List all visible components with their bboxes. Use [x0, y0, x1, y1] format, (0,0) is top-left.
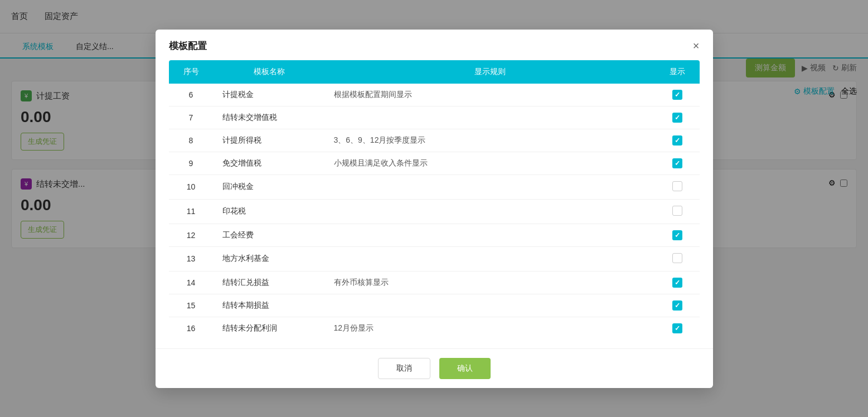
- cell-checkbox: [655, 294, 700, 317]
- cell-name: 结转未交增值税: [214, 106, 325, 129]
- cell-name: 结转本期损益: [214, 294, 325, 317]
- cell-name: 结转未分配利润: [214, 317, 325, 340]
- modal-title: 模板配置: [169, 40, 207, 52]
- cell-index: 8: [169, 129, 214, 152]
- cancel-button[interactable]: 取消: [378, 358, 430, 379]
- cell-name: 免交增值税: [214, 152, 325, 174]
- col-header-name: 模板名称: [214, 60, 325, 84]
- modal-template-config: 模板配置 × 序号 模板名称 显示规则 显示 6计提税金根据模板配置期间显示7结…: [156, 30, 713, 388]
- cell-checkbox: [655, 271, 700, 294]
- cell-name: 计提税金: [214, 84, 325, 106]
- cell-name: 结转汇兑损益: [214, 271, 325, 294]
- table-row: 16结转未分配利润12月份显示: [169, 317, 700, 340]
- cell-checkbox: [655, 84, 700, 106]
- cell-name: 计提所得税: [214, 129, 325, 152]
- confirm-button[interactable]: 确认: [439, 358, 491, 379]
- checkbox-row-3[interactable]: [672, 158, 682, 168]
- cell-index: 16: [169, 317, 214, 340]
- cell-name: 地方水利基金: [214, 246, 325, 271]
- checkbox-row-9[interactable]: [672, 300, 682, 311]
- modal-header: 模板配置 ×: [156, 30, 713, 60]
- modal-overlay: 模板配置 × 序号 模板名称 显示规则 显示 6计提税金根据模板配置期间显示7结…: [0, 0, 868, 417]
- cell-rule: [325, 246, 655, 271]
- cell-rule: [325, 174, 655, 199]
- table-row: 6计提税金根据模板配置期间显示: [169, 84, 700, 106]
- cell-checkbox: [655, 174, 700, 199]
- cell-name: 回冲税金: [214, 174, 325, 199]
- cell-rule: 小规模且满足收入条件显示: [325, 152, 655, 174]
- checkbox-row-2[interactable]: [672, 135, 682, 146]
- cell-index: 14: [169, 271, 214, 294]
- table-row: 8计提所得税3、6、9、12月按季度显示: [169, 129, 700, 152]
- col-header-display: 显示: [655, 60, 700, 84]
- modal-close-button[interactable]: ×: [693, 40, 700, 51]
- cell-checkbox: [655, 317, 700, 340]
- cell-rule: [325, 106, 655, 129]
- table-row: 14结转汇兑损益有外币核算显示: [169, 271, 700, 294]
- table-row: 15结转本期损益: [169, 294, 700, 317]
- table-row: 12工会经费: [169, 224, 700, 246]
- cell-checkbox: [655, 152, 700, 174]
- checkbox-row-7[interactable]: [672, 253, 682, 263]
- table-row: 9免交增值税小规模且满足收入条件显示: [169, 152, 700, 174]
- cell-rule: 有外币核算显示: [325, 271, 655, 294]
- cell-index: 10: [169, 174, 214, 199]
- cell-name: 印花税: [214, 199, 325, 224]
- cell-checkbox: [655, 129, 700, 152]
- checkbox-row-4[interactable]: [672, 181, 682, 191]
- checkbox-row-8[interactable]: [672, 278, 682, 288]
- table-row: 11印花税: [169, 199, 700, 224]
- cell-checkbox: [655, 224, 700, 246]
- checkbox-row-0[interactable]: [672, 90, 682, 100]
- cell-rule: 根据模板配置期间显示: [325, 84, 655, 106]
- cell-checkbox: [655, 246, 700, 271]
- cell-index: 9: [169, 152, 214, 174]
- checkbox-row-1[interactable]: [672, 113, 682, 123]
- cell-name: 工会经费: [214, 224, 325, 246]
- cell-rule: 3、6、9、12月按季度显示: [325, 129, 655, 152]
- cell-index: 13: [169, 246, 214, 271]
- cell-rule: [325, 199, 655, 224]
- modal-body: 序号 模板名称 显示规则 显示 6计提税金根据模板配置期间显示7结转未交增值税8…: [156, 60, 713, 348]
- table-row: 13地方水利基金: [169, 246, 700, 271]
- checkbox-row-6[interactable]: [672, 230, 682, 240]
- cell-rule: [325, 224, 655, 246]
- cell-index: 12: [169, 224, 214, 246]
- cell-rule: [325, 294, 655, 317]
- checkbox-row-10[interactable]: [672, 323, 682, 333]
- cell-index: 7: [169, 106, 214, 129]
- table-header-row: 序号 模板名称 显示规则 显示: [169, 60, 700, 84]
- checkbox-row-5[interactable]: [672, 206, 682, 216]
- cell-rule: 12月份显示: [325, 317, 655, 340]
- cell-index: 15: [169, 294, 214, 317]
- cell-checkbox: [655, 199, 700, 224]
- table-row: 10回冲税金: [169, 174, 700, 199]
- modal-footer: 取消 确认: [156, 348, 713, 388]
- config-table: 序号 模板名称 显示规则 显示 6计提税金根据模板配置期间显示7结转未交增值税8…: [169, 60, 700, 340]
- table-row: 7结转未交增值税: [169, 106, 700, 129]
- col-header-rule: 显示规则: [325, 60, 655, 84]
- cell-index: 11: [169, 199, 214, 224]
- cell-index: 6: [169, 84, 214, 106]
- col-header-index: 序号: [169, 60, 214, 84]
- cell-checkbox: [655, 106, 700, 129]
